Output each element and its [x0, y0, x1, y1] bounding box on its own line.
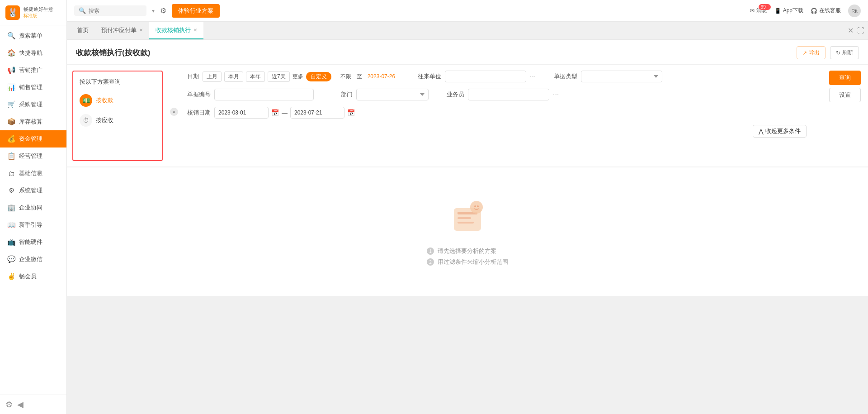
export-button[interactable]: ↗ 导出: [797, 46, 826, 59]
date-btn-last7days[interactable]: 近7天: [268, 71, 290, 82]
sidebar-item-sales[interactable]: 📊销售管理: [0, 79, 66, 96]
filter-option-by-receipt[interactable]: 💵 按收款: [73, 90, 162, 110]
topbar-search-box[interactable]: 🔍: [74, 5, 146, 16]
wechat-icon: 💬: [7, 255, 15, 263]
staff-input[interactable]: [468, 89, 549, 100]
user-avatar[interactable]: Rit: [848, 5, 861, 17]
date-group: 日期 上月 本月 本年 近7天 更多 自定义: [187, 71, 331, 82]
settings-icon[interactable]: ⚙: [5, 400, 13, 409]
dropdown-arrow-icon[interactable]: ▾: [152, 8, 155, 14]
refresh-icon: ↻: [836, 50, 840, 56]
service-label: 在线客服: [819, 7, 841, 14]
solution-button[interactable]: 体验行业方案: [172, 4, 220, 18]
basic-info-icon: 🗂: [7, 170, 15, 177]
sidebar-item-system[interactable]: ⚙系统管理: [0, 182, 66, 199]
filter-option-by-receivable[interactable]: ⏱ 按应收: [73, 110, 162, 130]
purchase-label: 采购管理: [19, 100, 42, 109]
sidebar-nav: 🔍搜索菜单🏠快捷导航📢营销推广📊销售管理🛒采购管理📦库存核算💰资金管理📋经营管理…: [0, 25, 66, 395]
page-header: 收款核销执行(按收款) ↗ 导出 ↻ 刷新: [67, 40, 868, 64]
tab-home[interactable]: 首页: [71, 22, 95, 39]
date-btn-prev-month[interactable]: 上月: [203, 71, 222, 82]
sidebar-item-wechat[interactable]: 💬企业微信: [0, 251, 66, 268]
sidebar-item-enterprise[interactable]: 🏢企业协同: [0, 199, 66, 216]
collapse-more-row: ⋀ 收起更多条件: [187, 125, 861, 138]
sidebar-item-smart-hardware[interactable]: 📺智能硬件: [0, 233, 66, 251]
settings-button[interactable]: 设置: [829, 88, 861, 102]
date-custom-badge[interactable]: 自定义: [306, 72, 331, 81]
filter-row-1: 日期 上月 本月 本年 近7天 更多 自定义 不限 至 2023: [187, 71, 861, 82]
collapse-sidebar-icon[interactable]: ◀: [17, 400, 24, 409]
app-download-button[interactable]: 📱 App下载: [774, 7, 803, 14]
tip-text-1: 请先选择要分析的方案: [438, 247, 496, 255]
sidebar-item-purchase[interactable]: 🛒采购管理: [0, 96, 66, 113]
basic-info-label: 基础信息: [19, 169, 42, 177]
purchase-icon: 🛒: [7, 100, 15, 109]
date-btn-this-month[interactable]: 本月: [224, 71, 243, 82]
verify-date-start-calendar-icon[interactable]: 📅: [271, 109, 279, 116]
sidebar-item-beginner[interactable]: 📖新手引导: [0, 216, 66, 233]
svg-point-6: [477, 205, 479, 207]
doc-type-select[interactable]: [581, 71, 662, 82]
tab-receipt-writeoff-close[interactable]: ✕: [193, 28, 197, 33]
query-button[interactable]: 查询: [829, 71, 861, 85]
tab-receipt-writeoff[interactable]: 收款核销执行 ✕: [149, 22, 203, 39]
date-more-btn[interactable]: 更多: [292, 73, 303, 81]
verify-date-end-calendar-icon[interactable]: 📅: [347, 109, 355, 116]
logo-icon: 🐰: [5, 5, 20, 20]
search-input[interactable]: [89, 8, 142, 14]
export-icon: ↗: [802, 50, 807, 56]
sidebar-item-operations[interactable]: 📋经营管理: [0, 148, 66, 165]
filter-row-3: 核销日期 📅 — 📅: [187, 107, 861, 119]
marketing-icon: 📢: [7, 66, 15, 74]
message-badge: 99+: [759, 4, 771, 10]
online-service-button[interactable]: 🎧 在线客服: [811, 7, 841, 14]
staff-group: 业务员 ···: [447, 89, 559, 100]
date-nolimit-group: 不限 至 2023-07-26: [340, 73, 395, 81]
sidebar-item-basic-info[interactable]: 🗂基础信息: [0, 165, 66, 182]
dept-select[interactable]: [356, 89, 429, 100]
tabbar-close-icon[interactable]: ✕: [848, 26, 854, 35]
filter-panel-title: 按以下方案查询: [73, 76, 162, 90]
operations-label: 经营管理: [19, 152, 42, 160]
sidebar-item-member[interactable]: ✌畅会员: [0, 268, 66, 285]
sidebar-item-search-menu[interactable]: 🔍搜索菜单: [0, 27, 66, 44]
search-icon: 🔍: [79, 7, 86, 14]
quick-nav-label: 快捷导航: [19, 49, 42, 57]
collapse-panel-arrow[interactable]: «: [170, 108, 178, 116]
tab-prepay[interactable]: 预付冲应付单 ✕: [95, 22, 149, 39]
verify-date-label: 核销日期: [187, 109, 211, 117]
beginner-icon: 📖: [7, 221, 15, 229]
refresh-button[interactable]: ↻ 刷新: [830, 46, 859, 59]
staff-ellipsis[interactable]: ···: [553, 90, 559, 99]
topbar-gear-icon[interactable]: ⚙: [160, 6, 166, 15]
verify-date-end-input[interactable]: [290, 107, 344, 119]
topbar: 🔍 ▾ ⚙ 体验行业方案 ✉ 消息 99+ 📱 App下载 🎧 在线客服 Rit: [67, 0, 868, 22]
collapse-more-label: 收起更多条件: [765, 127, 801, 135]
date-range-end-text: 2023-07-26: [368, 73, 395, 80]
system-icon: ⚙: [7, 186, 15, 195]
collapse-more-button[interactable]: ⋀ 收起更多条件: [753, 125, 807, 138]
dept-group: 部门: [341, 89, 429, 100]
funds-label: 资金管理: [19, 135, 42, 143]
message-button[interactable]: ✉ 消息 99+: [750, 7, 767, 14]
verify-date-start-input[interactable]: [214, 107, 269, 119]
sidebar-item-quick-nav[interactable]: 🏠快捷导航: [0, 44, 66, 62]
empty-tips-list: 1 请先选择要分析的方案 2 用过滤条件来缩小分析范围: [427, 247, 508, 269]
sidebar-item-marketing[interactable]: 📢营销推广: [0, 62, 66, 79]
sales-label: 销售管理: [19, 83, 42, 91]
partner-group: 往来单位 ···: [418, 71, 536, 82]
search-menu-label: 搜索菜单: [19, 32, 42, 40]
docno-input[interactable]: [214, 89, 314, 100]
tabbar-expand-icon[interactable]: ⛶: [857, 27, 864, 35]
partner-input[interactable]: [445, 71, 526, 82]
docno-label: 单据编号: [187, 90, 211, 99]
svg-point-5: [474, 205, 476, 207]
sidebar-item-funds[interactable]: 💰资金管理: [0, 130, 66, 148]
sidebar-item-inventory[interactable]: 📦库存核算: [0, 113, 66, 130]
date-btn-this-year[interactable]: 本年: [246, 71, 265, 82]
partner-ellipsis[interactable]: ···: [530, 72, 536, 81]
partner-label: 往来单位: [418, 72, 441, 81]
wechat-label: 企业微信: [19, 255, 42, 263]
tip-num-1: 1: [427, 247, 434, 255]
tab-prepay-close[interactable]: ✕: [139, 28, 143, 33]
